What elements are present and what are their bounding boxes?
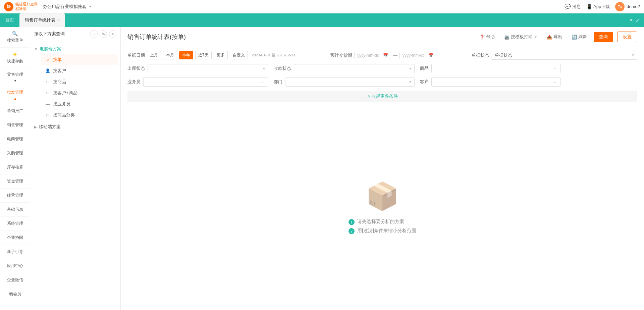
date-btn-last-7days[interactable]: 近7天 xyxy=(195,51,212,59)
tab-home[interactable]: 首页 xyxy=(0,13,19,27)
edit-scheme-button[interactable]: ✎ xyxy=(100,30,107,38)
filter-item-doc-status: 单据状态 单据状态 ▼ xyxy=(472,51,637,60)
desktop-scheme-group: ▼ 电脑端方案 ○ 按单 👤 按客户 □ xyxy=(30,44,120,120)
left-panel: 按以下方案查询 ＋ ✎ « ▼ 电脑端方案 ○ 按单 xyxy=(30,27,121,310)
product-label: 商品 xyxy=(420,65,429,71)
date-btn-this-month[interactable]: 本月 xyxy=(163,51,177,59)
department-wrapper: ▼ xyxy=(285,78,415,87)
filter-item-date: 单据日期 上月 本月 本年 近7天 更多 自定义 2023-01-01 至 20… xyxy=(127,51,295,59)
template-print-button[interactable]: 🖨️ 按模板打印 ▼ xyxy=(501,33,540,41)
salesperson-input[interactable]: ··· xyxy=(143,77,268,87)
left-panel-icons: ＋ ✎ « xyxy=(90,30,116,38)
export-button[interactable]: 📤 导出 xyxy=(544,33,565,41)
empty-image: 📦 xyxy=(366,180,399,212)
query-button[interactable]: 查询 xyxy=(594,32,613,42)
sidebar-item-retail[interactable]: 零售管理 ▼ xyxy=(0,68,30,86)
scheme-item-by-salesperson[interactable]: ▬ 按业务员 xyxy=(41,99,118,109)
date-btn-this-year[interactable]: 本年 xyxy=(179,51,193,59)
doc-status-select[interactable]: 单据状态 xyxy=(491,51,637,60)
sidebar-item-quicknav[interactable]: ⚡ 快捷导航 xyxy=(0,48,30,68)
date-btn-last-month[interactable]: 上月 xyxy=(147,51,161,59)
sidebar-item-purchase[interactable]: 采购管理 xyxy=(0,146,30,160)
tab-sales-order-stats[interactable]: 销售订单统计表 × xyxy=(19,13,65,27)
window-expand-icon[interactable]: ⤢ xyxy=(636,17,640,23)
user-area[interactable]: Ea demo2 xyxy=(615,2,640,11)
window-close-icon[interactable]: × xyxy=(629,17,633,24)
tabbar: 首页 销售订单统计表 × × ⤢ xyxy=(0,13,644,27)
step-1-num: 1 xyxy=(348,219,355,225)
department-label: 部门 xyxy=(274,79,282,85)
filter-col-department: 部门 ▼ xyxy=(274,78,415,87)
salesperson-label: 业务员 xyxy=(127,79,141,85)
sidebar-item-system[interactable]: 系统管理 xyxy=(0,217,30,231)
right-panel: 销售订单统计表(按单) ❓ 帮助 🖨️ 按模板打印 ▼ 📤 导出 xyxy=(121,27,644,310)
settings-button[interactable]: 设置 xyxy=(617,32,637,42)
delivery-status-select[interactable] xyxy=(148,64,268,73)
date-btn-custom[interactable]: 自定义 xyxy=(230,51,248,59)
scheme-item-by-product-category[interactable]: □ 按商品分类 xyxy=(41,110,118,120)
help-button[interactable]: ❓ 帮助 xyxy=(477,33,497,41)
search-icon: 🔍 xyxy=(12,31,18,36)
filter-col-delivery-status: 出库状态 ▼ xyxy=(127,64,268,73)
calendar-icon-start: 📅 xyxy=(383,53,388,58)
content-area: 按以下方案查询 ＋ ✎ « ▼ 电脑端方案 ○ 按单 xyxy=(30,27,644,310)
sidebar-item-enterprise[interactable]: 企业协同 xyxy=(0,231,30,245)
tab-close-icon[interactable]: × xyxy=(57,18,60,22)
sidebar-item-operations[interactable]: 经营管理 xyxy=(0,189,30,203)
date-btn-more[interactable]: 更多 xyxy=(214,51,228,59)
sidebar-item-sales[interactable]: 销售管理 xyxy=(0,118,30,132)
customer-input[interactable]: ··· xyxy=(431,77,561,87)
topbar-left: 好 畅捷通好生意 标准版 办公用品行业模拟账套 ▾ xyxy=(4,2,91,11)
scheme-label-by-customer: 按客户 xyxy=(53,68,66,74)
sidebar-item-newuser[interactable]: 新手引导 xyxy=(0,245,30,259)
refresh-button[interactable]: 🔄 刷新 xyxy=(569,33,590,41)
filter-row-1: 单据日期 上月 本月 本年 近7天 更多 自定义 2023-01-01 至 20… xyxy=(127,51,637,60)
product-dots[interactable]: ··· xyxy=(551,66,558,71)
sidebar-item-finance[interactable]: 资金管理 xyxy=(0,174,30,189)
delivery-date-start[interactable]: yyyy-mm-dd 📅 xyxy=(354,52,391,59)
logo-text: 畅捷通好生意 标准版 xyxy=(15,2,38,11)
download-icon: 📱 xyxy=(586,4,592,9)
scheme-label-by-product-category: 按商品分类 xyxy=(53,112,75,118)
user-name: demo2 xyxy=(627,4,640,9)
delivery-date-end[interactable]: yyyy-mm-dd 📅 xyxy=(399,52,436,59)
scheme-item-by-customer-product[interactable]: □ 按客户+商品 xyxy=(41,88,118,98)
delivery-status-wrapper: ▼ xyxy=(148,64,268,73)
mobile-group-arrow-icon: ▶ xyxy=(34,125,37,129)
desktop-group-header[interactable]: ▼ 电脑端方案 xyxy=(30,44,120,54)
customer-dots[interactable]: ··· xyxy=(551,79,558,85)
salesperson-dots[interactable]: ··· xyxy=(259,79,265,85)
desktop-group-title: 电脑端方案 xyxy=(40,46,61,52)
print-icon: 🖨️ xyxy=(504,35,509,40)
sidebar-item-marketing[interactable]: 营销推广 xyxy=(0,104,30,118)
mobile-group-header[interactable]: ▶ 移动端方案 xyxy=(30,122,120,132)
add-scheme-button[interactable]: ＋ xyxy=(90,30,98,38)
sidebar-item-search[interactable]: 🔍 搜索菜单 xyxy=(0,27,30,48)
sidebar-item-inventory[interactable]: 库存核算 xyxy=(0,160,30,174)
sidebar-item-member[interactable]: 畅会员 xyxy=(0,287,30,301)
scheme-label-by-customer-product: 按客户+商品 xyxy=(53,90,77,96)
title-dropdown-icon[interactable]: ▾ xyxy=(89,4,91,9)
scheme-icon-by-salesperson: ▬ xyxy=(45,101,50,107)
mobile-scheme-group: ▶ 移动端方案 xyxy=(30,122,120,132)
collection-status-select[interactable] xyxy=(294,64,415,73)
mobile-group-title: 移动端方案 xyxy=(39,124,61,130)
export-icon: 📤 xyxy=(547,35,552,40)
scheme-items: ○ 按单 👤 按客户 □ 按商品 □ 按客户+ xyxy=(30,54,120,120)
department-select[interactable] xyxy=(285,78,415,87)
scheme-item-by-order[interactable]: ○ 按单 xyxy=(41,54,118,65)
scheme-item-by-product[interactable]: □ 按商品 xyxy=(41,76,118,87)
scheme-icon-by-product-category: □ xyxy=(45,112,50,118)
app-download-button[interactable]: 📱 App下载 xyxy=(586,4,610,10)
collapse-panel-button[interactable]: « xyxy=(109,30,116,38)
sidebar-item-wholesale[interactable]: 批发管理 ▲ xyxy=(0,86,30,104)
sidebar-item-basic[interactable]: 基础信息 xyxy=(0,203,30,217)
scheme-item-by-customer[interactable]: 👤 按客户 xyxy=(41,65,118,76)
sidebar-item-weixin[interactable]: 企业微信 xyxy=(0,273,30,287)
product-input[interactable]: ··· xyxy=(431,64,561,73)
message-button[interactable]: 💬 消息 xyxy=(565,4,581,10)
refresh-icon: 🔄 xyxy=(572,35,577,40)
collapse-bar[interactable]: ∧ 收起更多条件 xyxy=(127,91,637,102)
sidebar-item-appstore[interactable]: 应用中心 xyxy=(0,259,30,273)
sidebar-item-ecommerce[interactable]: 电商管理 xyxy=(0,132,30,146)
